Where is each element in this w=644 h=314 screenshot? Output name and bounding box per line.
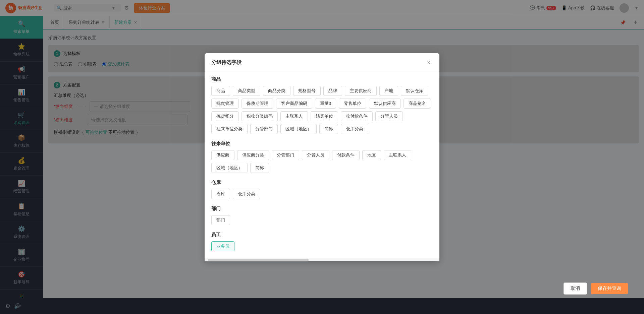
modal: 分组待选字段 × 商品 商品 商品类型 商品分类 规格型号 品牌 主要供应商 产… [205,53,439,261]
field-main-contact2[interactable]: 主联系人 [384,150,411,160]
field-spec-model[interactable]: 规格型号 [293,86,321,96]
field-shelf-life[interactable]: 保质期管理 [241,99,273,109]
section-warehouse: 仓库 仓库 仓库分类 [211,180,433,199]
field-default-warehouse[interactable]: 默认仓库 [401,86,428,96]
field-retail-unit[interactable]: 零售单位 [339,99,366,109]
field-payment-cond[interactable]: 付款条件 [332,150,360,160]
modal-overlay: 分组待选字段 × 商品 商品 商品类型 商品分类 规格型号 品牌 主要供应商 产… [0,0,644,314]
field-pick-points[interactable]: 拣货积分 [211,111,239,121]
field-settle-unit[interactable]: 结算单位 [311,111,338,121]
field-default-supplier[interactable]: 默认供应商 [369,99,401,109]
field-department[interactable]: 部门 [211,215,230,225]
field-salesperson[interactable]: 业务员 [211,241,234,251]
section-department-title: 部门 [211,206,433,212]
field-weight3[interactable]: 重量3 [315,99,336,109]
field-partner-dept[interactable]: 分管部门 [272,150,299,160]
section-goods: 商品 商品 商品类型 商品分类 规格型号 品牌 主要供应商 产地 默认仓库 批次… [211,76,433,134]
cancel-button[interactable]: 取消 [564,282,587,295]
section-employee-grid: 业务员 [211,241,433,251]
field-short-name2[interactable]: 简称 [250,163,269,173]
field-payment-terms[interactable]: 收付款条件 [341,111,373,121]
section-employee-title: 员工 [211,232,433,238]
field-goods-category[interactable]: 商品分类 [263,86,290,96]
section-warehouse-title: 仓库 [211,180,433,186]
modal-hscroll[interactable] [205,258,439,261]
section-goods-title: 商品 [211,76,433,82]
field-warehouse[interactable]: 仓库 [211,189,230,199]
field-supplier-cat[interactable]: 供应商分类 [237,150,269,160]
field-origin[interactable]: 产地 [379,86,398,96]
modal-hscroll-thumb[interactable] [208,259,309,261]
field-partner-manager[interactable]: 分管人员 [302,150,329,160]
field-dept[interactable]: 分管部门 [250,124,278,134]
section-goods-grid: 商品 商品类型 商品分类 规格型号 品牌 主要供应商 产地 默认仓库 批次管理 … [211,86,433,134]
field-partner-category[interactable]: 往来单位分类 [211,124,248,134]
field-region[interactable]: 区域（地区） [280,124,317,134]
section-partner: 往来单位 供应商 供应商分类 分管部门 分管人员 付款条件 地区 主联系人 区域… [211,141,433,173]
field-cust-code[interactable]: 客户商品编码 [276,99,312,109]
field-manager[interactable]: 分管人员 [375,111,403,121]
section-employee: 员工 业务员 [211,232,433,251]
section-department-grid: 部门 [211,215,433,225]
field-short-name[interactable]: 简称 [319,124,338,134]
save-button[interactable]: 保存并查询 [591,283,628,294]
modal-header: 分组待选字段 × [205,53,439,71]
section-department: 部门 部门 [211,206,433,225]
field-batch-mgmt[interactable]: 批次管理 [211,99,239,109]
section-partner-title: 往来单位 [211,141,433,147]
field-goods-alias[interactable]: 商品别名 [404,99,431,109]
section-warehouse-grid: 仓库 仓库分类 [211,189,433,199]
field-tax-code[interactable]: 税收分类编码 [241,111,278,121]
field-warehouse-cat[interactable]: 仓库分类 [341,124,368,134]
field-main-supplier[interactable]: 主要供应商 [345,86,377,96]
field-brand[interactable]: 品牌 [323,86,342,96]
modal-title: 分组待选字段 [211,59,241,66]
field-warehouse-cat2[interactable]: 仓库分类 [233,189,260,199]
field-main-contact[interactable]: 主联系人 [280,111,308,121]
field-region2[interactable]: 区域（地区） [211,163,248,173]
modal-body[interactable]: 商品 商品 商品类型 商品分类 规格型号 品牌 主要供应商 产地 默认仓库 批次… [205,71,439,258]
field-supplier[interactable]: 供应商 [211,150,234,160]
field-goods[interactable]: 商品 [211,86,230,96]
field-area[interactable]: 地区 [362,150,381,160]
field-goods-type[interactable]: 商品类型 [233,86,260,96]
section-partner-grid: 供应商 供应商分类 分管部门 分管人员 付款条件 地区 主联系人 区域（地区） … [211,150,433,173]
modal-close-btn[interactable]: × [425,59,433,67]
